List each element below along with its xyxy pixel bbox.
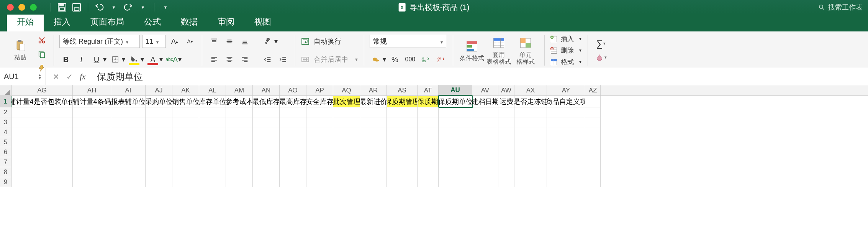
column-header-AJ[interactable]: AJ	[146, 85, 172, 95]
cell-AH1[interactable]: 辅计量4条码	[73, 96, 111, 107]
cell-AN9[interactable]	[253, 177, 280, 187]
column-header-AO[interactable]: AO	[280, 85, 306, 95]
bold-button[interactable]: B	[59, 53, 72, 66]
cell-AT5[interactable]	[418, 137, 439, 147]
align-middle-button[interactable]	[223, 35, 236, 48]
cell-AP1[interactable]: 安全库存	[306, 96, 333, 107]
cell-AK1[interactable]: 销售单位	[172, 96, 199, 107]
cell-AO4[interactable]	[280, 127, 306, 137]
cell-AX7[interactable]	[514, 157, 547, 167]
cell-AW2[interactable]	[498, 107, 514, 117]
cell-AZ7[interactable]	[585, 157, 601, 167]
column-header-AS[interactable]: AS	[387, 85, 418, 95]
cell-AV1[interactable]: 建档日期	[472, 96, 498, 107]
cell-AT6[interactable]	[418, 147, 439, 157]
cell-AH7[interactable]	[73, 157, 111, 167]
cell-AT7[interactable]	[418, 157, 439, 167]
tab-page-layout[interactable]: 页面布局	[80, 12, 134, 31]
cell-AI8[interactable]	[111, 167, 146, 177]
undo-dropdown[interactable]: ▼	[108, 2, 120, 12]
cell-AV5[interactable]	[472, 137, 498, 147]
cell-AH5[interactable]	[73, 137, 111, 147]
font-name-combo[interactable]: 等线 Regular (正文)	[59, 35, 140, 48]
cell-AS5[interactable]	[387, 137, 418, 147]
cell-AO8[interactable]	[280, 167, 306, 177]
font-color-button[interactable]: A	[146, 53, 159, 66]
column-header-AK[interactable]: AK	[172, 85, 199, 95]
cell-AS6[interactable]	[387, 147, 418, 157]
cell-AU5[interactable]	[439, 137, 472, 147]
column-header-AM[interactable]: AM	[226, 85, 253, 95]
cell-AK2[interactable]	[172, 107, 199, 117]
row-header-7[interactable]: 7	[0, 157, 11, 167]
cell-AK3[interactable]	[172, 117, 199, 127]
align-bottom-button[interactable]	[238, 35, 251, 48]
column-header-AW[interactable]: AW	[498, 85, 514, 95]
cell-AY6[interactable]	[547, 147, 585, 157]
cell-AQ5[interactable]	[333, 137, 360, 147]
cell-AG7[interactable]	[11, 157, 73, 167]
cell-AG2[interactable]	[11, 107, 73, 117]
cell-AI7[interactable]	[111, 157, 146, 167]
cell-AR4[interactable]	[360, 127, 387, 137]
cell-AO5[interactable]	[280, 137, 306, 147]
cell-AL9[interactable]	[199, 177, 226, 187]
merge-center-button[interactable]: 合并后居中 ▼	[301, 52, 359, 67]
align-left-button[interactable]	[208, 53, 221, 66]
column-header-AX[interactable]: AX	[514, 85, 547, 95]
search-sheet-box[interactable]: 搜索工作表	[818, 3, 863, 12]
cell-AQ7[interactable]	[333, 157, 360, 167]
row-header-8[interactable]: 8	[0, 167, 11, 177]
cell-AL3[interactable]	[199, 117, 226, 127]
column-header-AH[interactable]: AH	[73, 85, 111, 95]
cell-AX1[interactable]: 是否走冻链	[514, 96, 547, 107]
cell-AT4[interactable]	[418, 127, 439, 137]
cell-AL1[interactable]: 库存单位	[199, 96, 226, 107]
cell-AL5[interactable]	[199, 137, 226, 147]
cell-AI5[interactable]	[111, 137, 146, 147]
cell-AP8[interactable]	[306, 167, 333, 177]
cell-AY9[interactable]	[547, 177, 585, 187]
cell-AW4[interactable]	[498, 127, 514, 137]
cell-AG4[interactable]	[11, 127, 73, 137]
column-header-AR[interactable]: AR	[360, 85, 387, 95]
cell-AI6[interactable]	[111, 147, 146, 157]
cell-AR7[interactable]	[360, 157, 387, 167]
align-right-button[interactable]	[238, 53, 251, 66]
cell-AU4[interactable]	[439, 127, 472, 137]
cell-AX3[interactable]	[514, 117, 547, 127]
cell-AV7[interactable]	[472, 157, 498, 167]
close-window-button[interactable]	[7, 4, 14, 11]
cell-AM8[interactable]	[226, 167, 253, 177]
cell-AT8[interactable]	[418, 167, 439, 177]
cell-AW6[interactable]	[498, 147, 514, 157]
cell-AZ5[interactable]	[585, 137, 601, 147]
cell-AJ8[interactable]	[146, 167, 172, 177]
save-button[interactable]	[56, 2, 68, 12]
cell-AM2[interactable]	[226, 107, 253, 117]
decrease-decimal-button[interactable]: .00.0	[434, 53, 447, 66]
cell-AM1[interactable]: 参考成本	[226, 96, 253, 107]
cell-AR2[interactable]	[360, 107, 387, 117]
cell-AH3[interactable]	[73, 117, 111, 127]
wrap-text-button[interactable]: 自动换行	[301, 34, 359, 49]
cell-AZ9[interactable]	[585, 177, 601, 187]
row-header-2[interactable]: 2	[0, 107, 11, 117]
cell-AI4[interactable]	[111, 127, 146, 137]
customize-qat-button[interactable]: ▼	[160, 2, 171, 12]
cell-AT9[interactable]	[418, 177, 439, 187]
increase-font-button[interactable]: A▴	[168, 35, 181, 48]
column-header-AQ[interactable]: AQ	[333, 85, 360, 95]
select-all-corner[interactable]	[0, 85, 11, 95]
tab-insert[interactable]: 插入	[44, 12, 80, 31]
row-header-6[interactable]: 6	[0, 147, 11, 157]
cell-AT2[interactable]	[418, 107, 439, 117]
row-header-1[interactable]: 1	[0, 96, 11, 107]
cell-AM9[interactable]	[226, 177, 253, 187]
cell-AN8[interactable]	[253, 167, 280, 177]
cell-AJ3[interactable]	[146, 117, 172, 127]
cell-AJ6[interactable]	[146, 147, 172, 157]
autosum-button[interactable]: ∑▾	[593, 37, 609, 50]
cell-AU6[interactable]	[439, 147, 472, 157]
phonetic-button[interactable]: abcA	[165, 53, 178, 66]
